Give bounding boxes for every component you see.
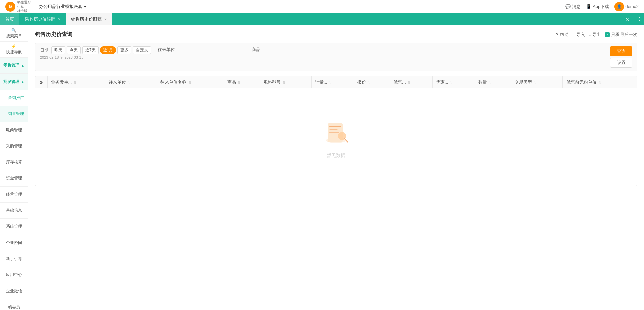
home-tab[interactable]: 首页 (0, 13, 19, 25)
discount2-col-header[interactable]: 优惠... ⇅ (432, 76, 475, 88)
home-tab-label: 首页 (5, 16, 14, 22)
goods-col-header[interactable]: 商品 ⇅ (224, 76, 260, 88)
sidebar-item-inventory[interactable]: 库存核算 (0, 154, 28, 170)
logo-text: 畅捷通好生意 标准版 (17, 0, 34, 13)
empty-state-row: 暂无数据 (35, 88, 637, 186)
date-range-text: 2023-02-18 至 2023-03-18 (40, 55, 151, 60)
quantity-col-header[interactable]: 数量 ⇅ (475, 76, 511, 88)
export-button[interactable]: ↓ 导出 (589, 32, 601, 38)
goods-input[interactable] (263, 46, 323, 53)
only-last-checkbox[interactable]: ✓ (605, 32, 610, 37)
sort-icon-pretax: ⇅ (598, 81, 601, 84)
table-header: ⚙ 业务发生... ⇅ 往来单位 ⇅ 往来单位名称 ⇅ (35, 76, 637, 88)
data-table: ⚙ 业务发生... ⇅ 往来单位 ⇅ 往来单位名称 ⇅ (35, 76, 637, 186)
sidebar-enterprise-wechat-label: 企业微信 (6, 288, 22, 294)
sidebar-enterprise-collab-label: 企业协同 (6, 240, 22, 246)
sidebar-operations-label: 经营管理 (6, 192, 22, 197)
import-label: 导入 (576, 32, 585, 38)
sidebar-item-wholesale-mgmt[interactable]: 批发管理 ▲ (0, 74, 28, 90)
transaction-col-header[interactable]: 交易类型 ⇅ (511, 76, 562, 88)
close-all-tabs-icon[interactable]: ✕ (624, 15, 631, 24)
sales-history-close-icon[interactable]: × (104, 17, 107, 22)
query-button[interactable]: 查询 (610, 46, 632, 56)
sidebar-beginner-guide-label: 新手引导 (6, 256, 22, 262)
message-action[interactable]: 💬 消息 (565, 4, 581, 10)
sort-icon-transaction: ⇅ (534, 81, 537, 84)
sidebar-item-sales-mgmt[interactable]: 销售管理 (0, 106, 28, 122)
wholesale-mgmt-arrow-icon: ▲ (21, 80, 24, 84)
partner-col-header[interactable]: 往来单位 ⇅ (105, 76, 157, 88)
purchase-history-close-icon[interactable]: × (58, 17, 60, 22)
sort-icon-price: ⇅ (368, 81, 371, 84)
discount1-col-header[interactable]: 优惠... ⇅ (390, 76, 432, 88)
export-icon: ↓ (589, 32, 591, 37)
sidebar-item-membership[interactable]: 畅会员 (0, 299, 28, 310)
help-button[interactable]: ? 帮助 (556, 32, 569, 38)
main-layout: 🔍 搜索菜单 ⚡ 快捷导航 零售管理 ▲ 批发管理 ▲ 营销推广 销售管理 电商… (0, 25, 644, 310)
sidebar-sales-mgmt-label: 销售管理 (8, 111, 24, 117)
sidebar-item-basic-info[interactable]: 基础信息 (0, 203, 28, 219)
sidebar-item-enterprise-wechat[interactable]: 企业微信 (0, 283, 28, 299)
sidebar-item-beginner-guide[interactable]: 新手引导 (0, 251, 28, 267)
yesterday-btn[interactable]: 昨天 (51, 46, 65, 54)
partner-filter-group: 往来单位 ... (158, 46, 245, 53)
filter-bar: 日期 昨天 今天 近7天 近1月 更多 自定义 2023-02-18 至 202… (35, 43, 637, 71)
sidebar-item-finance[interactable]: 资金管理 (0, 170, 28, 187)
import-icon: ↑ (573, 32, 575, 37)
sidebar-item-ecommerce[interactable]: 电商管理 (0, 122, 28, 138)
date-filter: 日期 昨天 今天 近7天 近1月 更多 自定义 (40, 46, 151, 54)
sales-history-tab[interactable]: 销售历史价跟踪 × (66, 13, 112, 25)
export-label: 导出 (592, 32, 601, 38)
partner-input[interactable] (178, 46, 238, 53)
sidebar-purchase-label: 采购管理 (6, 143, 22, 149)
purchase-history-tab[interactable]: 采购历史价跟踪 × (19, 13, 66, 25)
sidebar-system-mgmt-label: 系统管理 (6, 224, 22, 229)
sidebar-item-enterprise-collab[interactable]: 企业协同 (0, 235, 28, 251)
price-col-header[interactable]: 报价 ⇅ (354, 76, 390, 88)
table-container: ⚙ 业务发生... ⇅ 往来单位 ⇅ 往来单位名称 ⇅ (35, 76, 637, 186)
goods-dots[interactable]: ... (325, 47, 330, 53)
sort-icon-partner: ⇅ (128, 81, 131, 84)
sidebar-item-operations[interactable]: 经营管理 (0, 187, 28, 203)
only-last-checkbox-label[interactable]: ✓ 只看最后一次 (605, 32, 637, 38)
partner-name-col-header[interactable]: 往来单位名称 ⇅ (157, 76, 224, 88)
sidebar-membership-label: 畅会员 (8, 304, 20, 310)
sort-icon-quantity: ⇅ (489, 81, 492, 84)
sidebar-item-system-mgmt[interactable]: 系统管理 (0, 219, 28, 235)
goods-input-group: ... (263, 46, 330, 53)
business-date-col-header[interactable]: 业务发生... ⇅ (47, 76, 105, 88)
purchase-history-tab-label: 采购历史价跟踪 (25, 16, 55, 22)
spec-col-header[interactable]: 规格型号 ⇅ (260, 76, 312, 88)
settings-button[interactable]: 设置 (610, 58, 632, 68)
last7days-btn[interactable]: 近7天 (82, 46, 99, 54)
app-download-action[interactable]: 📱 App下载 (586, 4, 609, 10)
sidebar-item-app-center[interactable]: 应用中心 (0, 267, 28, 283)
import-button[interactable]: ↑ 导入 (573, 32, 585, 38)
sidebar-inventory-label: 库存核算 (6, 159, 22, 165)
sidebar-item-marketing[interactable]: 营销推广 (0, 90, 28, 106)
page-title: 销售历史价查询 (35, 31, 72, 38)
sidebar-item-search-menu[interactable]: 🔍 搜索菜单 (0, 25, 28, 42)
table-header-row: ⚙ 业务发生... ⇅ 往来单位 ⇅ 往来单位名称 ⇅ (35, 76, 637, 88)
sidebar-item-quick-nav[interactable]: ⚡ 快捷导航 (0, 42, 28, 58)
pretax-col-header[interactable]: 优惠前无税单价 ⇅ (562, 76, 637, 88)
retail-mgmt-arrow-icon: ▲ (21, 64, 24, 67)
partner-dots[interactable]: ... (240, 47, 245, 53)
app-download-label: App下载 (593, 4, 609, 10)
settings-col-header[interactable]: ⚙ (35, 76, 47, 88)
sidebar-quick-nav-label: 快捷导航 (6, 49, 22, 55)
sidebar-item-purchase[interactable]: 采购管理 (0, 138, 28, 154)
sidebar-item-retail-mgmt[interactable]: 零售管理 ▲ (0, 58, 28, 74)
workspace-selector[interactable]: 办公用品行业模拟账套 ▾ (36, 2, 89, 11)
goods-label: 商品 (252, 47, 260, 53)
page-container: 销售历史价查询 ? 帮助 ↑ 导入 ↓ 导出 ✓ (28, 25, 644, 310)
unit-col-header[interactable]: 计量... ⇅ (311, 76, 354, 88)
content-area: 销售历史价查询 ? 帮助 ↑ 导入 ↓ 导出 ✓ (28, 25, 644, 310)
maximize-icon[interactable]: ⛶ (633, 15, 641, 24)
more-btn[interactable]: 更多 (117, 46, 131, 54)
user-action[interactable]: 👤 demo2 (614, 2, 639, 11)
custom-btn[interactable]: 自定义 (133, 46, 151, 54)
last1month-btn[interactable]: 近1月 (100, 46, 116, 54)
help-icon: ? (556, 32, 558, 37)
today-btn[interactable]: 今天 (67, 46, 81, 54)
